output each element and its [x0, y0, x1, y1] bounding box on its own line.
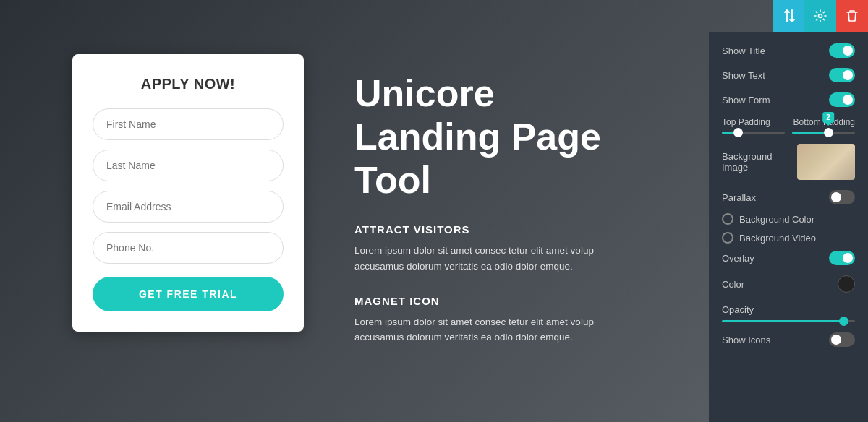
toolbar: [773, 0, 868, 32]
cta-button[interactable]: GET FREE TRIAL: [93, 277, 284, 311]
section-text-2: Lorem ipsum dolor sit amet consec tetur …: [354, 314, 629, 345]
background-video-label: Background Video: [739, 233, 816, 244]
toggle-thumb: [843, 70, 853, 80]
background-video-row[interactable]: Background Video: [722, 232, 855, 244]
main-content: UnicoreLanding Page Tool ATTRACT VISITOR…: [354, 72, 680, 366]
gear-icon: [814, 9, 827, 22]
opacity-label: Opacity: [722, 304, 754, 315]
first-name-input[interactable]: [93, 108, 284, 140]
background-image-section: Background Image: [722, 144, 855, 180]
sort-button[interactable]: [773, 0, 804, 32]
toggle-thumb: [831, 335, 841, 345]
parallax-row: Parallax: [722, 190, 855, 204]
parallax-toggle[interactable]: [829, 190, 855, 204]
settings-button[interactable]: [804, 0, 836, 32]
show-icons-toggle[interactable]: [829, 332, 855, 347]
phone-input[interactable]: [93, 232, 284, 264]
background-color-label: Background Color: [739, 214, 814, 225]
show-icons-label: Show Icons: [722, 335, 770, 345]
background-video-radio[interactable]: [722, 232, 733, 244]
settings-panel: Show Title Show Text Show Form Top Paddi…: [709, 32, 868, 422]
show-title-toggle[interactable]: [829, 43, 855, 58]
show-form-row: Show Form: [722, 92, 855, 107]
svg-point-0: [819, 14, 822, 18]
opacity-slider[interactable]: [722, 320, 855, 322]
overlay-toggle[interactable]: [829, 251, 855, 265]
email-input[interactable]: [93, 191, 284, 223]
show-text-toggle[interactable]: [829, 68, 855, 82]
background-color-radio[interactable]: [722, 213, 733, 225]
show-form-toggle[interactable]: [829, 92, 855, 107]
opacity-section: Opacity: [722, 303, 855, 322]
padding-sliders: 2: [722, 132, 855, 134]
opacity-thumb: [839, 316, 848, 326]
section-text-1: Lorem ipsum dolor sit amet consec tetur …: [354, 243, 629, 274]
padding-section: Top Padding Bottom Padding 2: [722, 117, 855, 134]
main-title: UnicoreLanding Page Tool: [354, 72, 680, 202]
padding-labels: Top Padding Bottom Padding: [722, 117, 855, 127]
last-name-input[interactable]: [93, 150, 284, 181]
padding-badge: 2: [822, 112, 834, 123]
color-row: Color: [722, 275, 855, 293]
section-heading-1: ATTRACT VISITORS: [354, 223, 680, 236]
sort-icon: [782, 9, 795, 22]
toggle-thumb: [843, 95, 853, 105]
bg-image-thumbnail[interactable]: [797, 144, 855, 180]
delete-button[interactable]: [836, 0, 868, 32]
color-label: Color: [722, 279, 744, 290]
top-padding-label: Top Padding: [722, 117, 770, 127]
bg-image-row: Background Image: [722, 144, 855, 180]
overlay-row: Overlay: [722, 251, 855, 265]
trash-icon: [846, 9, 858, 22]
show-title-label: Show Title: [722, 46, 765, 56]
bg-image-label: Background Image: [722, 151, 790, 173]
background-color-row[interactable]: Background Color: [722, 213, 855, 225]
show-form-label: Show Form: [722, 95, 770, 106]
show-text-row: Show Text: [722, 68, 855, 82]
section-heading-2: MAGNET ICON: [354, 295, 680, 307]
form-title: APPLY NOW!: [93, 76, 284, 92]
parallax-label: Parallax: [722, 192, 756, 203]
toggle-thumb: [843, 253, 853, 263]
color-swatch[interactable]: [838, 275, 855, 293]
overlay-label: Overlay: [722, 253, 754, 264]
form-card: APPLY NOW! GET FREE TRIAL: [72, 54, 304, 332]
top-padding-slider[interactable]: [722, 132, 785, 134]
bottom-padding-slider[interactable]: 2: [792, 132, 855, 134]
show-text-label: Show Text: [722, 70, 765, 81]
show-icons-row: Show Icons: [722, 332, 855, 347]
show-title-row: Show Title: [722, 43, 855, 58]
toggle-thumb: [843, 46, 853, 56]
toggle-thumb: [831, 192, 841, 202]
